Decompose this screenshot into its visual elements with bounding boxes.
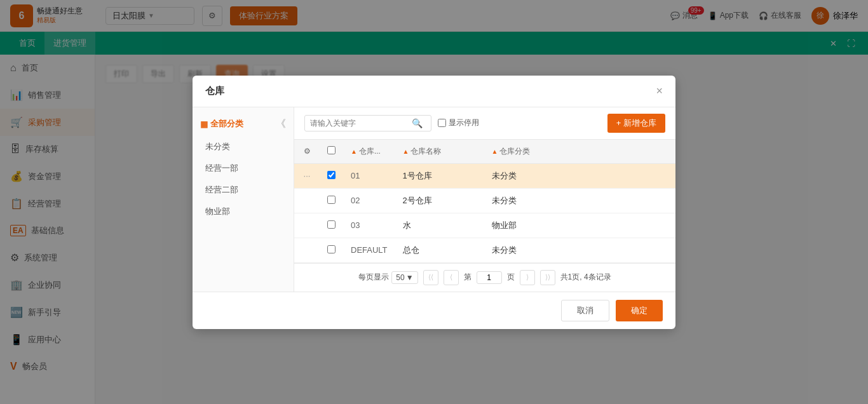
ms-header: ▦ 全部分类 《 [193,112,294,136]
row-code: 03 [343,213,395,238]
row-checkbox-cell [320,163,343,188]
category-item-ops2[interactable]: 经营二部 [193,179,294,201]
add-warehouse-button[interactable]: + 新增仓库 [607,114,665,133]
ms-category-title: ▦ 全部分类 [200,118,243,130]
ms-all-category[interactable]: 全部分类 [210,118,243,130]
modal-close-button[interactable]: × [656,84,663,98]
th-category: ▲ 仓库分类 [484,140,675,164]
show-disabled-label[interactable]: 显示停用 [438,118,479,128]
first-page-button[interactable]: ⟨⟨ [423,270,438,285]
sort-name-icon: ▲ [403,148,409,155]
page-unit: 页 [507,272,515,283]
row-ellipsis[interactable] [294,188,320,213]
row-name: 水 [395,213,484,238]
table-row[interactable]: 03 水 物业部 [294,213,675,238]
modal-overlay: 仓库 × ▦ 全部分类 《 未分类 经营一部 经营二部 物业部 [0,0,868,404]
warehouse-table: ⚙ ▲ 仓库... [294,140,675,263]
warehouse-table-element: ⚙ ▲ 仓库... [294,140,675,263]
category-item-property[interactable]: 物业部 [193,201,294,222]
row-checkbox[interactable] [327,220,336,229]
table-header-row: ⚙ ▲ 仓库... [294,140,675,164]
row-code: 02 [343,188,395,213]
modal-toolbar: 🔍 显示停用 + 新增仓库 [294,107,675,140]
modal-sidebar: ▦ 全部分类 《 未分类 经营一部 经营二部 物业部 [193,107,294,292]
prev-page-button[interactable]: ⟨ [444,270,459,285]
confirm-button[interactable]: 确定 [616,300,663,321]
collapse-icon[interactable]: 《 [276,118,286,131]
row-checkbox[interactable] [327,171,336,179]
page-label: 第 [464,272,471,283]
row-category: 未分类 [484,238,675,262]
table-row[interactable]: 02 2号仓库 未分类 [294,188,675,213]
per-page-selector[interactable]: 50 ▼ [391,271,417,284]
row-checkbox-cell [320,238,343,262]
row-ellipsis[interactable] [294,238,320,262]
modal-footer: 取消 确定 [193,292,675,329]
sort-icon: ▲ [351,148,357,155]
modal-title: 仓库 [205,85,224,97]
th-name: ▲ 仓库名称 [395,140,484,164]
th-gear: ⚙ [294,140,320,164]
table-row[interactable]: DEFAULT 总仓 未分类 [294,238,675,262]
ellipsis-icon[interactable]: ··· [304,171,311,180]
search-icon[interactable]: 🔍 [412,118,423,128]
gear-icon[interactable]: ⚙ [304,147,311,156]
modal-body: ▦ 全部分类 《 未分类 经营一部 经营二部 物业部 🔍 [193,107,675,292]
last-page-button[interactable]: ⟩⟩ [540,270,555,285]
search-input[interactable] [310,119,412,128]
modal-pagination: 每页显示 50 ▼ ⟨⟨ ⟨ 第 页 ⟩ ⟩⟩ 共1页, 4条记录 [294,263,675,292]
row-ellipsis[interactable] [294,213,320,238]
th-checkbox [320,140,343,164]
modal-header: 仓库 × [193,76,675,107]
category-item-ops1[interactable]: 经营一部 [193,158,294,179]
page-input[interactable] [477,271,502,284]
row-code: DEFAULT [343,238,395,262]
modal-main: 🔍 显示停用 + 新增仓库 ⚙ [294,107,675,292]
per-page-value: 50 [396,273,404,282]
select-all-checkbox[interactable] [327,146,336,154]
page-size-select: 每页显示 50 ▼ [358,271,417,284]
row-category: 物业部 [484,213,675,238]
cancel-button[interactable]: 取消 [561,300,609,321]
row-checkbox[interactable] [327,245,336,253]
row-code: 01 [343,163,395,188]
warehouse-modal: 仓库 × ▦ 全部分类 《 未分类 经营一部 经营二部 物业部 [193,76,675,329]
row-name: 2号仓库 [395,188,484,213]
row-name: 总仓 [395,238,484,262]
per-page-arrow: ▼ [406,273,414,282]
grid-icon: ▦ [200,119,208,129]
sort-cat-icon: ▲ [492,148,498,155]
show-disabled-text: 显示停用 [449,118,479,128]
next-page-button[interactable]: ⟩ [520,270,535,285]
row-category: 未分类 [484,188,675,213]
pagination-summary: 共1页, 4条记录 [560,272,611,283]
per-page-label: 每页显示 [358,272,389,283]
table-row[interactable]: ··· 01 1号仓库 未分类 [294,163,675,188]
row-category: 未分类 [484,163,675,188]
category-item-unclassified[interactable]: 未分类 [193,136,294,158]
row-checkbox-cell [320,188,343,213]
row-name: 1号仓库 [395,163,484,188]
show-disabled-checkbox[interactable] [438,119,446,127]
th-code: ▲ 仓库... [343,140,395,164]
row-checkbox-cell [320,213,343,238]
row-checkbox[interactable] [327,196,336,204]
row-ellipsis[interactable]: ··· [294,163,320,188]
search-box: 🔍 [304,115,431,131]
